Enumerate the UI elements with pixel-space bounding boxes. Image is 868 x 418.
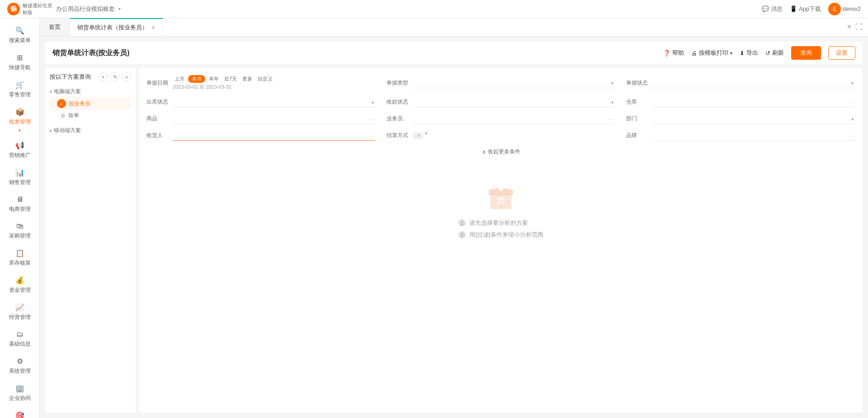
filter-department: 部门 ▾ bbox=[626, 114, 855, 124]
industry-dropdown-arrow: ▾ bbox=[118, 6, 121, 11]
settings-button[interactable]: 设置 bbox=[828, 46, 855, 60]
tab-spacer bbox=[163, 18, 841, 36]
sidebar-item-label: 采购管理 bbox=[9, 232, 31, 240]
salesperson-input[interactable] bbox=[413, 114, 616, 124]
department-control: ▾ bbox=[652, 114, 855, 124]
date-tab-lastmonth[interactable]: 上月 bbox=[173, 75, 186, 83]
salesperson-label: 业务员 bbox=[387, 115, 409, 123]
sidebar-item-purchase[interactable]: 🛍 采购管理 bbox=[0, 218, 39, 244]
filter-salesperson: 业务员 ··· bbox=[387, 114, 616, 124]
sidebar-item-wholesale[interactable]: 📦 批发管理 ▲ bbox=[0, 103, 39, 137]
sidebar-item-search[interactable]: 🔍 搜索菜单 bbox=[0, 22, 39, 49]
sidebar-item-label: 系统管理 bbox=[9, 367, 31, 375]
filter-bill-status: 单据状态 ▾ bbox=[626, 75, 855, 90]
sidebar-item-sales[interactable]: 📊 销售管理 bbox=[0, 164, 39, 191]
receiver-label: 收货人 bbox=[146, 132, 169, 139]
query-button[interactable]: 查询 bbox=[791, 46, 821, 60]
scheme-desktop-header[interactable]: ▾ 电脑端方案 bbox=[50, 86, 131, 97]
date-tab-thismonth[interactable]: 本月 bbox=[188, 75, 205, 83]
scheme-edit-button[interactable]: ✎ bbox=[110, 72, 119, 81]
marketing-icon: 📢 bbox=[15, 141, 24, 150]
avatar: E bbox=[828, 3, 841, 15]
operation-icon: 📈 bbox=[15, 303, 24, 312]
app-download-button[interactable]: 📱 App下载 bbox=[790, 5, 821, 13]
industry-selector[interactable]: 办公用品行业模拟账套 ▾ bbox=[56, 5, 121, 13]
goods-label: 商品 bbox=[146, 115, 169, 123]
warehouse-input[interactable] bbox=[652, 97, 855, 107]
date-tab-7days[interactable]: 近7天 bbox=[222, 75, 239, 83]
sidebar-item-system[interactable]: ⚙ 系统管理 bbox=[0, 352, 39, 380]
payment-status-input[interactable] bbox=[413, 97, 616, 107]
maximize-window-button[interactable]: ⛶ bbox=[855, 23, 863, 31]
user-name: demo2 bbox=[843, 5, 861, 12]
filter-settlement: 结算方式 × ▾ bbox=[387, 130, 616, 141]
sidebar-item-inventory[interactable]: 📋 库存核算 bbox=[0, 244, 39, 271]
scheme-item-bill[interactable]: ⚙ 按单 bbox=[50, 110, 131, 121]
export-button[interactable]: ⬇ 导出 bbox=[740, 49, 758, 57]
tab-active[interactable]: 销货单统计表（按业务员） × bbox=[70, 18, 163, 36]
goods-input[interactable] bbox=[173, 114, 376, 124]
sidebar-item-finance[interactable]: 💰 资金管理 bbox=[0, 271, 39, 299]
svg-point-6 bbox=[499, 200, 500, 201]
sidebar-item-retail[interactable]: 🛒 零售管理 bbox=[0, 76, 39, 103]
message-button[interactable]: 💬 消息 bbox=[762, 5, 783, 13]
collapse-label: 收起更多条件 bbox=[488, 148, 520, 156]
filter-panel: 单据日期 上月 本月 本年 近7天 更多 自定义 bbox=[139, 68, 863, 413]
sidebar: 🔍 搜索菜单 ⊞ 快捷导航 🛒 零售管理 📦 批发管理 ▲ 📢 营销推广 � bbox=[0, 18, 40, 418]
bill-type-input[interactable] bbox=[413, 78, 616, 88]
sidebar-item-label: 基础信息 bbox=[9, 340, 31, 348]
date-tab-more[interactable]: 更多 bbox=[241, 75, 254, 83]
help-button[interactable]: ❓ 帮助 bbox=[663, 49, 684, 57]
user-menu[interactable]: E demo2 bbox=[828, 3, 861, 15]
filter-warehouse: 仓库 ··· bbox=[626, 97, 855, 107]
goods-control: ··· bbox=[173, 114, 376, 124]
brand-control: ··· bbox=[652, 130, 855, 141]
scheme-add-button[interactable]: + bbox=[99, 72, 108, 81]
bill-status-input[interactable] bbox=[652, 78, 855, 88]
basic-icon: 🗂 bbox=[16, 330, 24, 338]
brand-input[interactable] bbox=[652, 130, 855, 141]
top-bar-left: 畅 畅捷通好生意 标版 办公用品行业模拟账套 ▾ bbox=[7, 2, 121, 15]
filter-brand: 品牌 ··· bbox=[626, 130, 855, 141]
receiver-input[interactable] bbox=[173, 130, 376, 141]
tab-home[interactable]: 首页 bbox=[40, 18, 70, 36]
scheme-collapse-button[interactable]: « bbox=[122, 72, 131, 81]
help-label: 帮助 bbox=[672, 49, 684, 57]
sidebar-item-marketing[interactable]: 📢 营销推广 bbox=[0, 137, 39, 164]
scheme-item-salesperson[interactable]: ✓ 按业务员 bbox=[50, 97, 131, 110]
ecom-icon: 🖥 bbox=[16, 195, 24, 204]
sidebar-item-newuser[interactable]: 🎯 新手引导 bbox=[0, 407, 39, 418]
refresh-icon: ↺ bbox=[765, 50, 770, 57]
tab-window-controls: × ⛶ bbox=[841, 18, 868, 36]
date-tab-custom[interactable]: 自定义 bbox=[256, 75, 274, 83]
content-area: 首页 销货单统计表（按业务员） × × ⛶ 销货单统计表(按业务员) bbox=[40, 18, 868, 418]
industry-label: 办公用品行业模拟账套 bbox=[56, 5, 115, 13]
print-dropdown-arrow: ▾ bbox=[730, 51, 732, 56]
empty-tip-2-label: 用[过滤]条件来缩小分析范围 bbox=[469, 231, 543, 239]
sidebar-item-basic[interactable]: 🗂 基础信息 bbox=[0, 326, 39, 352]
sidebar-item-label: 电商管理 bbox=[9, 205, 31, 213]
department-input[interactable] bbox=[652, 114, 855, 124]
sidebar-item-label: 资金管理 bbox=[9, 286, 31, 294]
date-tab-thisyear[interactable]: 本年 bbox=[207, 75, 221, 83]
page-content: 销货单统计表(按业务员) ❓ 帮助 🖨 按模板打印 ▾ ⬇ bbox=[40, 36, 868, 418]
main-body: 🔍 搜索菜单 ⊞ 快捷导航 🛒 零售管理 📦 批发管理 ▲ 📢 营销推广 � bbox=[0, 18, 868, 418]
tab-close-button[interactable]: × bbox=[151, 24, 155, 31]
sidebar-item-ecom[interactable]: 🖥 电商管理 bbox=[0, 191, 39, 218]
print-button[interactable]: 🖨 按模板打印 ▾ bbox=[691, 49, 732, 57]
refresh-button[interactable]: ↺ 刷新 bbox=[765, 49, 784, 57]
out-status-input[interactable] bbox=[173, 97, 376, 107]
collapse-bar[interactable]: ∧ 收起更多条件 bbox=[146, 144, 855, 159]
scheme-mobile-section[interactable]: ▸ 移动端方案 bbox=[50, 125, 131, 136]
settlement-tag-close[interactable]: × bbox=[417, 133, 420, 139]
page-title: 销货单统计表(按业务员) bbox=[52, 48, 130, 58]
sidebar-item-operation[interactable]: 📈 经营管理 bbox=[0, 299, 39, 326]
scheme-icons: + ✎ « bbox=[99, 72, 131, 81]
help-icon: ❓ bbox=[663, 50, 670, 57]
sidebar-item-label: 搜索菜单 bbox=[9, 37, 31, 44]
enterprise-icon: 🏢 bbox=[15, 384, 24, 393]
sidebar-item-enterprise[interactable]: 🏢 企业协同 bbox=[0, 380, 39, 407]
sidebar-item-shortcut[interactable]: ⊞ 快捷导航 bbox=[0, 49, 39, 76]
close-window-button[interactable]: × bbox=[847, 22, 852, 32]
svg-text:✦: ✦ bbox=[505, 188, 507, 190]
